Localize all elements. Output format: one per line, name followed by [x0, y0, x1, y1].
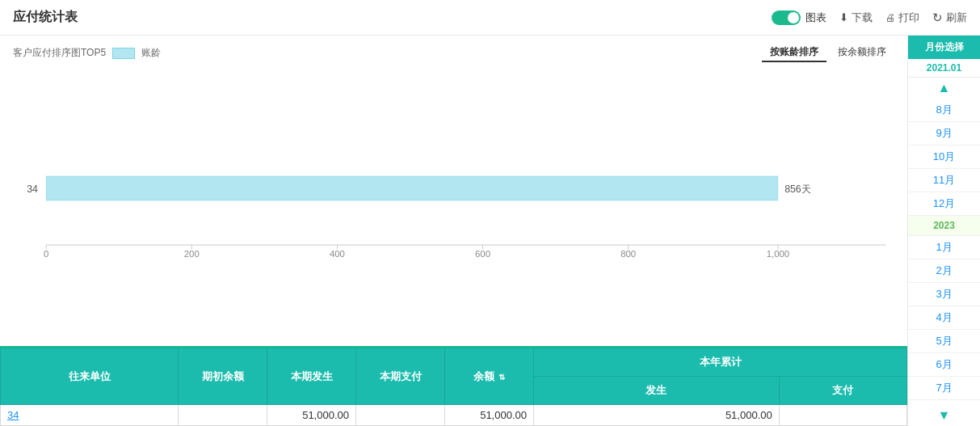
main-content: 客户应付排序图TOP5 账龄 按账龄排序 按余额排序 34 856天 [0, 36, 980, 426]
month-item[interactable]: 9月 [908, 122, 980, 146]
month-item[interactable]: 6月 [908, 353, 980, 377]
print-label: 打印 [898, 11, 919, 25]
refresh-button[interactable]: 刷新 [932, 11, 967, 25]
svg-text:34: 34 [27, 183, 38, 195]
svg-text:800: 800 [620, 249, 636, 259]
svg-rect-1 [46, 176, 778, 200]
th-ytd-pay: 支付 [779, 377, 906, 405]
cell-current-pay [356, 405, 445, 426]
sort-tab-age[interactable]: 按账龄排序 [762, 44, 826, 62]
data-table: 往来单位 期初余额 本期发生 本期支付 余额 ⇅ 本年累计 [0, 348, 907, 426]
cell-ytd-occur: 51,000.00 [534, 405, 780, 426]
month-item[interactable]: 10月 [908, 146, 980, 169]
chart-legend: 客户应付排序图TOP5 账龄 [13, 46, 161, 60]
page-container: 应付统计表 图表 下载 打印 刷新 [0, 0, 980, 426]
table-wrapper: 往来单位 期初余额 本期发生 本期支付 余额 ⇅ 本年累计 [0, 348, 907, 426]
svg-text:856天: 856天 [784, 183, 811, 195]
chart-svg-container: 34 856天 0 200 400 600 800 1,000 [0, 67, 907, 346]
table-container: 往来单位 期初余额 本期发生 本期支付 余额 ⇅ 本年累计 [0, 346, 907, 426]
legend-box-label: 账龄 [141, 46, 161, 60]
print-button[interactable]: 打印 [885, 11, 919, 25]
scroll-up-button[interactable] [908, 78, 980, 99]
svg-text:1,000: 1,000 [767, 249, 789, 259]
balance-sort-icon[interactable]: ⇅ [498, 373, 505, 382]
legend-box [112, 48, 135, 59]
sort-tab-balance[interactable]: 按余额排序 [830, 44, 894, 62]
cell-unit[interactable]: 34 [1, 405, 179, 426]
download-label: 下载 [852, 11, 873, 25]
month-item[interactable]: 2月 [908, 259, 980, 283]
month-item[interactable]: 8月 [908, 99, 980, 122]
right-panel: 月份选择 2021.01 8月9月10月11月12月20231月2月3月4月5月… [907, 36, 980, 426]
svg-text:600: 600 [475, 249, 490, 259]
th-ytd-occur: 发生 [534, 377, 780, 405]
chart-svg: 34 856天 0 200 400 600 800 1,000 [13, 67, 894, 277]
toggle-group: 图表 [772, 11, 826, 25]
chart-sort-tabs: 按账龄排序 按余额排序 [762, 44, 894, 62]
refresh-icon [932, 11, 943, 25]
scroll-down-button[interactable] [908, 405, 980, 426]
th-current-pay: 本期支付 [356, 348, 445, 405]
table-row: 34 51,000.00 51,000.00 51,000.00 [1, 405, 907, 426]
th-balance: 余额 ⇅ [445, 348, 534, 405]
month-item[interactable]: 2023 [908, 216, 980, 236]
print-icon [885, 11, 895, 23]
month-item[interactable]: 7月 [908, 377, 980, 400]
download-icon [839, 11, 848, 23]
header-actions: 图表 下载 打印 刷新 [772, 11, 967, 25]
toggle-label: 图表 [805, 11, 826, 25]
refresh-label: 刷新 [946, 11, 967, 25]
svg-text:0: 0 [44, 249, 48, 259]
cell-current-occur: 51,000.00 [267, 405, 356, 426]
legend-text: 客户应付排序图TOP5 [13, 46, 106, 60]
panel-year-badge: 2021.01 [908, 59, 980, 78]
th-current-occur: 本期发生 [267, 348, 356, 405]
svg-text:400: 400 [330, 249, 345, 259]
download-button[interactable]: 下载 [839, 11, 873, 25]
months-list: 8月9月10月11月12月20231月2月3月4月5月6月7月 [908, 99, 980, 405]
cell-ytd-pay [779, 405, 906, 426]
month-item[interactable]: 5月 [908, 330, 980, 353]
month-item[interactable]: 1月 [908, 236, 980, 259]
chevron-down-icon [938, 408, 951, 422]
chart-area: 客户应付排序图TOP5 账龄 按账龄排序 按余额排序 34 856天 [0, 36, 907, 426]
svg-text:200: 200 [184, 249, 200, 259]
chart-header: 客户应付排序图TOP5 账龄 按账龄排序 按余额排序 [0, 36, 907, 67]
chart-toggle[interactable] [772, 11, 801, 25]
panel-header: 月份选择 [908, 36, 980, 59]
cell-opening [179, 405, 267, 426]
cell-balance: 51,000.00 [445, 405, 534, 426]
page-title: 应付统计表 [13, 9, 78, 26]
th-unit: 往来单位 [1, 348, 179, 405]
header: 应付统计表 图表 下载 打印 刷新 [0, 0, 980, 36]
th-ytd-group: 本年累计 [534, 348, 907, 377]
chevron-up-icon [938, 81, 951, 95]
th-opening: 期初余额 [179, 348, 267, 405]
month-item[interactable]: 4月 [908, 306, 980, 330]
month-item[interactable]: 3月 [908, 283, 980, 306]
month-item[interactable]: 11月 [908, 169, 980, 192]
month-item[interactable]: 12月 [908, 192, 980, 216]
